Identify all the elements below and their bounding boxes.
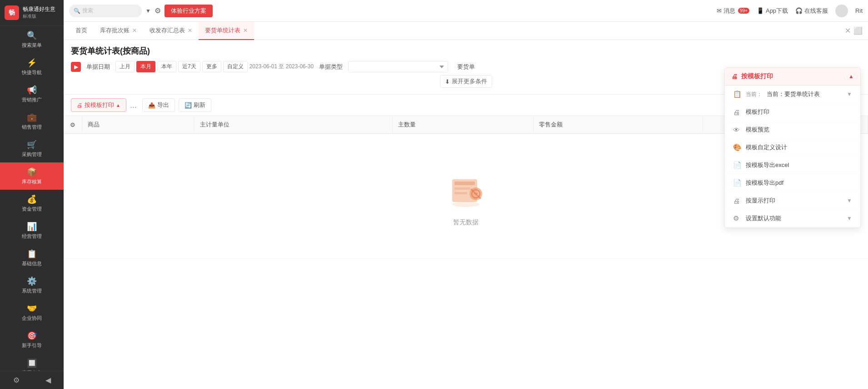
tab-close-order-summary[interactable]: ✕: [243, 27, 248, 34]
template-design-icon: 🎨: [733, 143, 741, 152]
print-template-btn[interactable]: 🖨 按模板打印 ▲: [71, 98, 126, 112]
avatar[interactable]: [835, 5, 848, 17]
export-pdf-item[interactable]: 📄 按模板导出pdf: [725, 174, 860, 192]
tab-close-receipt-summary[interactable]: ✕: [188, 27, 192, 34]
type-filter-select[interactable]: [348, 61, 448, 72]
template-preview-item[interactable]: 👁 模板预览: [725, 121, 860, 139]
template-design-label: 模板自定义设计: [746, 143, 787, 152]
current-template-item[interactable]: 📋 当前： 当前：要货单统计表 ▼: [725, 86, 860, 103]
template-design-item[interactable]: 🎨 模板自定义设计: [725, 139, 860, 157]
close-window-icon[interactable]: ✕: [845, 26, 851, 35]
default-function-left: ⚙ 设置默认功能: [733, 214, 781, 222]
template-preview-label: 模板预览: [746, 126, 769, 134]
finance-label: 资金管理: [22, 206, 42, 212]
export-excel-item[interactable]: 📄 按模板导出excel: [725, 157, 860, 174]
basic-label: 基础信息: [22, 260, 42, 267]
sidebar-item-purchase[interactable]: 🛒 采购管理: [0, 135, 64, 162]
export-btn[interactable]: 📤 导出: [142, 98, 175, 112]
sidebar-item-inventory[interactable]: 📦 库存核算: [0, 162, 64, 190]
headset-icon: 🎧: [795, 7, 803, 14]
tab-receipt-summary[interactable]: 收发存汇总表✕: [143, 22, 199, 40]
sidebar-item-finance[interactable]: 💰 资金管理: [0, 190, 64, 217]
inventory-icon: 📦: [27, 167, 37, 177]
message-icon: ✉: [717, 7, 722, 14]
shortcut-icon: ⚡: [27, 58, 37, 68]
tab-label-home: 首页: [75, 26, 87, 35]
sidebar-item-sales[interactable]: 💼 销售管理: [0, 108, 64, 135]
message-item[interactable]: ✉ 消息 99+: [717, 7, 749, 15]
page-header: 要货单统计表(按商品): [64, 40, 868, 61]
date-btn-more[interactable]: 更多: [202, 61, 221, 72]
empty-text: 暂无数据: [453, 218, 479, 227]
order-filter-label: 要货单: [457, 63, 475, 71]
window-buttons: ✕ ⬜: [845, 26, 863, 35]
sidebar-item-search[interactable]: 🔍 搜索菜单: [0, 26, 64, 53]
template-print-item[interactable]: 🖨 模板打印: [725, 103, 860, 121]
default-function-arrow: ▼: [847, 215, 852, 222]
template-icon: 📋: [733, 90, 741, 98]
default-function-item[interactable]: ⚙ 设置默认功能 ▼: [725, 210, 860, 227]
shortcut-label: 快捷导航: [22, 69, 42, 76]
sidebar-item-basic[interactable]: 📋 基础信息: [0, 244, 64, 272]
expand-btn[interactable]: ⬇ 展开更多条件: [440, 75, 492, 88]
date-btn-this-month[interactable]: 本月: [136, 61, 155, 72]
display-print-arrow: ▼: [847, 197, 852, 204]
dropdown-title: 按模板打印: [741, 72, 773, 81]
tab-home[interactable]: 首页: [69, 22, 94, 40]
customer-service-item[interactable]: 🎧 在线客服: [795, 7, 828, 15]
tab-close-inventory-batch[interactable]: ✕: [132, 27, 137, 34]
settings-footer-icon[interactable]: ⚙: [13, 376, 20, 384]
col-settings[interactable]: ⚙: [64, 116, 82, 134]
print-header-icon: 🖨: [731, 73, 738, 80]
template-preview-icon: 👁: [733, 126, 741, 134]
collapse-icon[interactable]: ◀: [45, 376, 51, 384]
display-print-item[interactable]: 🖨 按显示打印 ▼: [725, 192, 860, 210]
export-pdf-icon: 📄: [733, 179, 741, 187]
sidebar-item-collab[interactable]: 🤝 企业协同: [0, 299, 64, 326]
more-options-dots[interactable]: ...: [130, 101, 137, 110]
sidebar-item-system[interactable]: ⚙️ 系统管理: [0, 272, 64, 299]
sales-label: 销售管理: [22, 124, 42, 131]
filter-toggle-icon[interactable]: ▶: [71, 62, 81, 72]
current-template-name: 当前：要货单统计表: [767, 90, 820, 98]
basic-icon: 📋: [27, 249, 37, 259]
svg-rect-4: [454, 192, 467, 194]
default-function-label: 设置默认功能: [746, 214, 781, 222]
topbar-dropdown-arrow[interactable]: ▼: [145, 8, 151, 14]
app-download-item[interactable]: 📱 App下载: [757, 7, 788, 15]
sidebar-item-shortcut[interactable]: ⚡ 快捷导航: [0, 53, 64, 81]
date-btn-7days[interactable]: 近7天: [178, 61, 200, 72]
date-btn-custom[interactable]: 自定义: [223, 61, 248, 72]
message-label: 消息: [723, 7, 735, 15]
search-box: 🔍 搜索: [69, 5, 142, 17]
customer-service-label: 在线客服: [804, 7, 828, 15]
date-btn-last-month[interactable]: 上月: [115, 61, 135, 72]
topbar-gear-icon[interactable]: ⚙: [155, 6, 161, 15]
app-download-icon: 📱: [757, 7, 764, 14]
tab-inventory-batch[interactable]: 库存批次账✕: [94, 22, 143, 40]
sidebar-item-operation[interactable]: 📊 经营管理: [0, 217, 64, 244]
sidebar-item-marketing[interactable]: 📢 营销推广: [0, 81, 64, 108]
logo: 畅 畅康通好生意 标准版: [0, 0, 64, 26]
maximize-icon[interactable]: ⬜: [853, 26, 863, 35]
system-label: 系统管理: [22, 288, 42, 294]
tab-label-inventory-batch: 库存批次账: [100, 26, 130, 35]
dropdown-up-arrow[interactable]: ▲: [848, 73, 854, 80]
logo-sub: 标准版: [23, 13, 55, 20]
collab-label: 企业协同: [22, 315, 42, 322]
refresh-btn[interactable]: 🔄 刷新: [179, 98, 211, 112]
topbar-left: 🔍 搜索 ▼ ⚙ 体验行业方案: [69, 5, 213, 17]
sidebar-item-apps[interactable]: 🔲 应用中心: [0, 354, 64, 371]
print-icon: 🖨: [77, 102, 83, 109]
username-label: Rit: [855, 7, 863, 14]
col-unit: 主计量单位: [194, 116, 392, 134]
svg-point-0: [452, 202, 479, 207]
apps-label: 应用中心: [22, 369, 42, 371]
operation-label: 经营管理: [22, 233, 42, 240]
tab-order-summary[interactable]: 要货单统计表✕: [199, 22, 254, 40]
export-icon: 📤: [148, 102, 155, 109]
sidebar-item-guide[interactable]: 🎯 新手引导: [0, 326, 64, 354]
industry-btn[interactable]: 体验行业方案: [165, 5, 213, 17]
date-btn-this-year[interactable]: 本年: [157, 61, 176, 72]
purchase-label: 采购管理: [22, 151, 42, 158]
